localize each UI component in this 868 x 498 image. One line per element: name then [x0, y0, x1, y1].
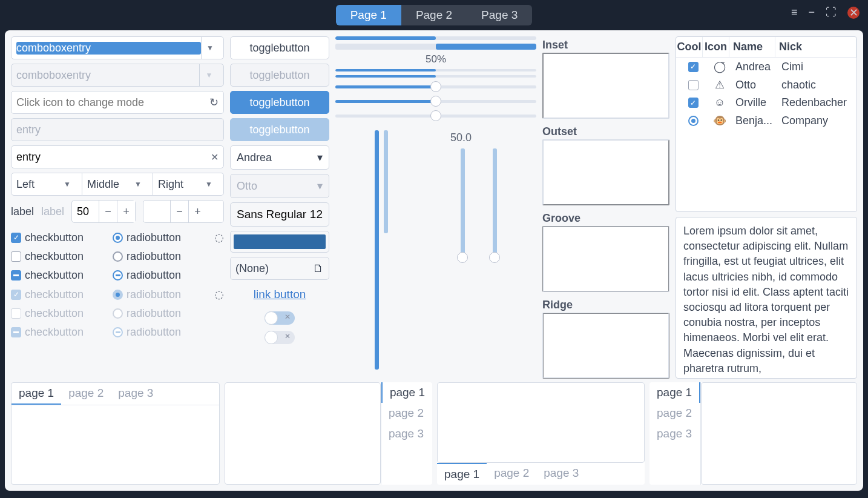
spinner-icon-dim: ◌: [214, 288, 224, 301]
slider-h-3[interactable]: [335, 110, 536, 121]
togglebutton-disabled: togglebutton: [230, 64, 329, 87]
face-icon: ☺: [706, 96, 733, 109]
slider-v-3[interactable]: [461, 148, 465, 257]
page-tab-2[interactable]: Page 2: [401, 5, 467, 25]
chevron-down-icon[interactable]: ▼: [128, 173, 148, 195]
refresh-icon[interactable]: ↻: [209, 96, 219, 109]
spinbutton[interactable]: − +: [71, 200, 136, 223]
slider-v-4[interactable]: [493, 148, 497, 257]
nb-tab[interactable]: page 1: [12, 383, 61, 405]
row-checkbox[interactable]: ✓: [688, 98, 699, 108]
segmented-dropdowns: Left▼ Middle▼ Right▼: [11, 173, 224, 196]
entry-with-icon[interactable]: ↻: [11, 91, 224, 114]
nb-tab[interactable]: page 2: [381, 403, 432, 423]
levelbar-1: [335, 69, 536, 71]
chevron-down-icon[interactable]: ▾: [317, 151, 323, 164]
frame-ridge: [542, 313, 669, 379]
radio-checked[interactable]: [113, 233, 123, 243]
nb-tab[interactable]: page 2: [649, 403, 700, 423]
page-tab-1[interactable]: Page 1: [336, 5, 401, 25]
radio-indeterminate[interactable]: [113, 270, 123, 281]
col-header-nick[interactable]: Nick: [775, 37, 856, 57]
nb-tab[interactable]: page 3: [111, 383, 160, 405]
checkbox-unchecked[interactable]: [11, 251, 21, 262]
static-label-dim: label: [41, 205, 64, 218]
row-checkbox[interactable]: ✓: [688, 62, 699, 72]
minimize-icon[interactable]: −: [808, 6, 815, 19]
comboboxentry-disabled: comboboxentry ▼: [11, 64, 224, 87]
slider-h-2[interactable]: [335, 96, 536, 107]
treeview-table[interactable]: Cool Icon Name Nick ✓ ◯̌ Andrea Cimi ⚠ O…: [676, 36, 857, 212]
page-tab-3[interactable]: Page 3: [467, 5, 532, 25]
hamburger-icon[interactable]: ≡: [791, 6, 798, 19]
slider-v-1[interactable]: [375, 130, 379, 370]
dropdown-andrea[interactable]: Andrea▾: [230, 145, 329, 170]
font-button[interactable]: Sans Regular12: [230, 202, 329, 227]
togglebutton-disabled-active: togglebutton: [230, 118, 329, 141]
chevron-down-icon[interactable]: ▼: [201, 37, 219, 59]
check-circle-icon: ◯̌: [706, 60, 733, 73]
warning-icon: ⚠: [706, 78, 733, 91]
slider-v-2[interactable]: [384, 130, 388, 233]
seg-middle[interactable]: Middle▼: [82, 173, 153, 196]
nb-tab[interactable]: page 3: [649, 423, 700, 444]
chevron-down-icon[interactable]: ▼: [58, 173, 77, 195]
progressbar-2: [335, 44, 536, 50]
checkbox-disabled: [11, 308, 21, 319]
row-checkbox[interactable]: [688, 80, 699, 90]
entry-disabled: entry: [11, 118, 224, 141]
seg-right[interactable]: Right▼: [153, 173, 224, 196]
file-chooser-button[interactable]: (None)🗋: [230, 257, 329, 280]
entry-clearable[interactable]: ✕: [11, 145, 224, 168]
comboboxentry-active[interactable]: ▼: [11, 36, 224, 59]
levelbar-2: [335, 75, 536, 78]
togglebutton-active[interactable]: togglebutton: [230, 91, 329, 114]
switch-on[interactable]: ✕: [265, 311, 295, 325]
checkbox-disabled-ind: [11, 327, 21, 337]
notebook-left: page 1 page 2 page 3: [649, 382, 857, 485]
frame-outset: [542, 139, 669, 205]
spin-minus[interactable]: −: [99, 201, 117, 222]
spinner-icon: ◌: [214, 231, 224, 244]
col-header-icon[interactable]: Icon: [703, 37, 729, 57]
color-button[interactable]: [230, 231, 329, 253]
notebook-right: page 1 page 2 page 3: [225, 382, 432, 485]
nb-tab[interactable]: page 1: [381, 382, 432, 403]
nb-tab[interactable]: page 1: [649, 382, 700, 403]
checkbox-indeterminate[interactable]: [11, 270, 21, 281]
togglebutton[interactable]: togglebutton: [230, 36, 329, 59]
progress-percent: 50%: [335, 53, 536, 65]
frame-groove: [542, 226, 669, 292]
nb-tab[interactable]: page 3: [536, 463, 586, 485]
checkbox-checked[interactable]: ✓: [11, 233, 21, 243]
frame-label-ridge: Ridge: [542, 296, 669, 313]
radio-unchecked[interactable]: [113, 251, 123, 262]
table-row[interactable]: ✓ ☺ Orville Redenbacher: [676, 94, 856, 111]
seg-left[interactable]: Left▼: [11, 173, 82, 196]
comboboxentry-input[interactable]: [16, 42, 201, 55]
table-row[interactable]: ✓ ◯̌ Andrea Cimi: [676, 58, 856, 76]
row-radio[interactable]: [688, 116, 699, 126]
nb-tab[interactable]: page 3: [381, 423, 432, 444]
radio-disabled: [113, 308, 123, 319]
table-row[interactable]: 🐵 Benja... Company: [676, 111, 856, 130]
chevron-down-icon: ▼: [199, 64, 219, 86]
spin-plus[interactable]: +: [117, 201, 135, 222]
nb-tab[interactable]: page 2: [61, 383, 111, 405]
frame-inset: [542, 53, 669, 119]
maximize-icon[interactable]: ⛶: [826, 6, 837, 19]
textview[interactable]: Lorem ipsum dolor sit amet, consectetur …: [676, 217, 857, 379]
nb-tab[interactable]: page 2: [487, 463, 536, 485]
checkbox-disabled-checked: ✓: [11, 290, 21, 300]
nb-tab[interactable]: page 1: [437, 463, 487, 485]
col-header-name[interactable]: Name: [729, 37, 775, 57]
close-icon[interactable]: ✕: [847, 7, 860, 19]
link-button[interactable]: link button: [230, 284, 329, 305]
slider-h-1[interactable]: [335, 81, 536, 92]
clear-icon[interactable]: ✕: [211, 151, 219, 163]
progressbar-1: [335, 36, 536, 40]
chevron-down-icon[interactable]: ▼: [199, 173, 219, 195]
table-row[interactable]: ⚠ Otto chaotic: [676, 76, 856, 94]
notebook-bottom: page 1 page 2 page 3: [437, 382, 645, 485]
col-header-cool[interactable]: Cool: [676, 37, 703, 57]
